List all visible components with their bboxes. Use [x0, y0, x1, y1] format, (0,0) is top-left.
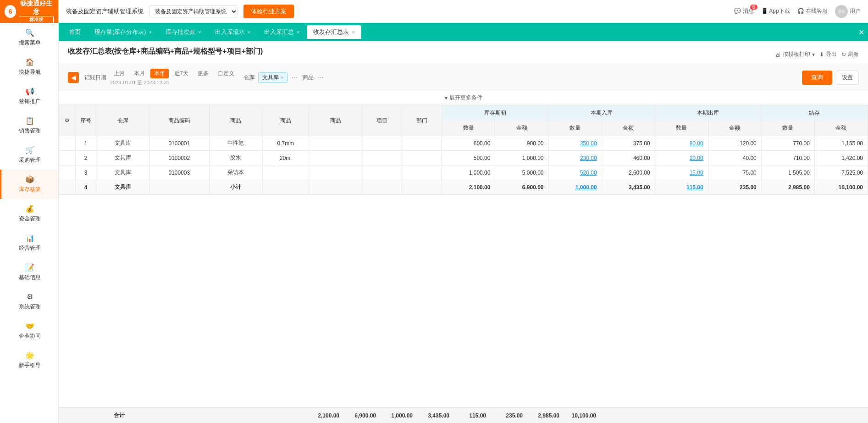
sidebar: 6 畅捷通好生意 标准版 🔍 搜索菜单 🏠 快捷导航 📢 营销推广 📋 销售管理…	[0, 0, 59, 423]
row-in-amt: 460.00	[602, 151, 655, 165]
warehouse-label: 仓库	[243, 74, 254, 82]
sidebar-item-purchase[interactable]: 🛒 采购管理	[0, 140, 58, 170]
row-settings	[59, 151, 76, 165]
page-content: 收发存汇总表(按仓库+商品编码+商品+规格型号+项目+部门) 🖨 按模板打印 ▾…	[59, 41, 868, 423]
messages-badge[interactable]: 💬 消息 6	[734, 7, 753, 15]
sidebar-item-inventory[interactable]: 📦 库存核算	[0, 170, 58, 199]
main-content: 装备及固定资产辅助管理系统 装备及固定资产辅助管理系统 体验行业方案 💬 消息 …	[59, 0, 868, 423]
th-settings[interactable]: ⚙	[59, 105, 76, 136]
th-in-group: 本期入库	[548, 105, 655, 121]
trial-btn[interactable]: 体验行业方案	[243, 5, 294, 18]
close-icon[interactable]: ×	[198, 29, 201, 35]
row-in-qty[interactable]: 1,000.00	[548, 180, 602, 195]
tabbar: 首页 现存量(库存分布表) × 库存批次账 × 出入库流水 × 出入库汇总 × …	[59, 23, 868, 41]
date-btn-custom[interactable]: 自定义	[214, 69, 238, 78]
close-icon[interactable]: ×	[248, 29, 250, 35]
date-range: 2023-01-01 至 2023-12-31	[110, 79, 238, 86]
row-opening-amt: 5,000.00	[495, 165, 548, 180]
date-btn-7days[interactable]: 近7天	[171, 69, 192, 78]
export-btn[interactable]: ⬇ 导出	[819, 50, 837, 58]
th-code: 商品编码	[149, 105, 210, 136]
refresh-btn[interactable]: ↻ 刷新	[841, 50, 859, 58]
export-icon: ⬇	[819, 51, 824, 58]
data-table: ⚙ 序号 仓库 商品编码 商品 商品 商品 项目 部门 库存期初 本期入库 本期…	[59, 105, 868, 195]
th-out-group: 本期出库	[655, 105, 761, 121]
sidebar-item-finance[interactable]: 💰 资金管理	[0, 199, 58, 228]
sidebar-item-cooperation[interactable]: 🤝 企业协同	[0, 316, 58, 346]
total-label: 合计	[101, 412, 138, 419]
sidebar-item-operations[interactable]: 📊 经营管理	[0, 228, 58, 258]
row-warehouse: 文具库	[96, 136, 149, 151]
avatar: Ea	[835, 5, 848, 18]
tab-inventory-dist[interactable]: 现存量(库存分布表) ×	[88, 25, 158, 39]
date-btn-this-year[interactable]: 本年	[150, 69, 169, 78]
refresh-icon: ↻	[841, 51, 846, 58]
warehouse-filter: 仓库 文具库 × ···	[243, 72, 298, 83]
row-goods-unit	[309, 136, 362, 151]
sidebar-item-quick-nav[interactable]: 🏠 快捷导航	[0, 52, 58, 82]
row-balance-qty: 770.00	[761, 136, 814, 151]
row-goods-unit	[309, 165, 362, 180]
close-icon[interactable]: ×	[149, 29, 152, 35]
total-out-amt: 235.00	[486, 412, 523, 419]
settings-btn[interactable]: 设置	[836, 71, 859, 85]
row-code: 0100003	[149, 165, 210, 180]
online-service[interactable]: 🎧 在线客服	[797, 7, 828, 15]
tab-recv-send-summary[interactable]: 收发存汇总表 ×	[307, 25, 361, 39]
th-goods-unit: 商品	[309, 105, 362, 136]
sidebar-item-basic-info[interactable]: 📝 基础信息	[0, 258, 58, 287]
row-balance-amt: 10,100.00	[814, 180, 868, 195]
row-out-qty[interactable]: 115.00	[655, 180, 708, 195]
purchase-icon: 🛒	[25, 146, 34, 154]
expand-btn[interactable]: ▾ 展开更多条件	[445, 94, 482, 102]
table-row: 2 文具库 0100002 胶水 20ml 500.00 1,000.00 23…	[59, 151, 868, 165]
close-icon[interactable]: ×	[297, 29, 299, 35]
app-download[interactable]: 📱 App下载	[761, 7, 790, 15]
row-out-qty[interactable]: 20.00	[655, 151, 708, 165]
tab-batch-ledger[interactable]: 库存批次账 ×	[159, 25, 207, 39]
query-btn[interactable]: 查询	[802, 71, 832, 85]
tab-batch-ledger-label: 库存批次账	[166, 28, 195, 36]
date-btn-prev-month[interactable]: 上月	[110, 69, 128, 78]
row-warehouse: 文具库	[96, 165, 149, 180]
row-out-qty[interactable]: 80.00	[655, 136, 708, 151]
tab-home[interactable]: 首页	[62, 25, 87, 39]
sidebar-item-search-label: 搜索菜单	[19, 39, 41, 47]
tab-recv-send-summary-label: 收发存汇总表	[313, 28, 349, 36]
filter-toggle[interactable]: ◀	[68, 72, 79, 83]
tab-in-out-summary[interactable]: 出入库汇总 ×	[258, 25, 306, 39]
sidebar-item-guide[interactable]: 🌟 新手引导	[0, 346, 58, 375]
th-dept: 部门	[402, 105, 442, 136]
print-btn[interactable]: 🖨 按模板打印 ▾	[775, 50, 815, 58]
sidebar-item-sales[interactable]: 📋 销售管理	[0, 111, 58, 140]
logo-icon: 6	[5, 5, 16, 18]
tabbar-close[interactable]: ✕	[858, 28, 864, 37]
row-in-qty[interactable]: 250.00	[548, 136, 602, 151]
chevron-down-icon: ▾	[812, 51, 815, 58]
sidebar-item-system[interactable]: ⚙ 系统管理	[0, 287, 58, 316]
system-selector[interactable]: 装备及固定资产辅助管理系统	[149, 5, 238, 17]
row-opening-amt: 1,000.00	[495, 151, 548, 165]
date-btn-this-month[interactable]: 本月	[130, 69, 149, 78]
sidebar-item-inventory-label: 库存核算	[19, 186, 41, 193]
row-in-qty[interactable]: 520.00	[548, 165, 602, 180]
app-subtitle: 标准版	[19, 16, 54, 23]
sidebar-item-marketing[interactable]: 📢 营销推广	[0, 82, 58, 111]
sidebar-item-search[interactable]: 🔍 搜索菜单	[0, 23, 58, 52]
row-balance-amt: 1,420.00	[814, 151, 868, 165]
user-menu[interactable]: Ea 用户	[835, 5, 861, 18]
topbar-actions: 💬 消息 6 📱 App下载 🎧 在线客服 Ea 用户	[734, 5, 861, 18]
row-out-amt: 40.00	[708, 151, 761, 165]
row-no: 1	[76, 136, 96, 151]
row-in-qty[interactable]: 230.00	[548, 151, 602, 165]
close-icon[interactable]: ×	[352, 29, 354, 35]
messages-count: 6	[750, 5, 757, 10]
warehouse-tag-close[interactable]: ×	[281, 75, 283, 80]
total-in-qty: 1,000.00	[376, 412, 413, 419]
date-btn-more[interactable]: 更多	[194, 69, 212, 78]
row-out-qty[interactable]: 15.00	[655, 165, 708, 180]
goods-more-btn[interactable]: ···	[317, 73, 323, 82]
tab-in-out-flow[interactable]: 出入库流水 ×	[209, 25, 257, 39]
warehouse-more-btn[interactable]: ···	[291, 73, 297, 82]
row-balance-amt: 1,155.00	[814, 136, 868, 151]
